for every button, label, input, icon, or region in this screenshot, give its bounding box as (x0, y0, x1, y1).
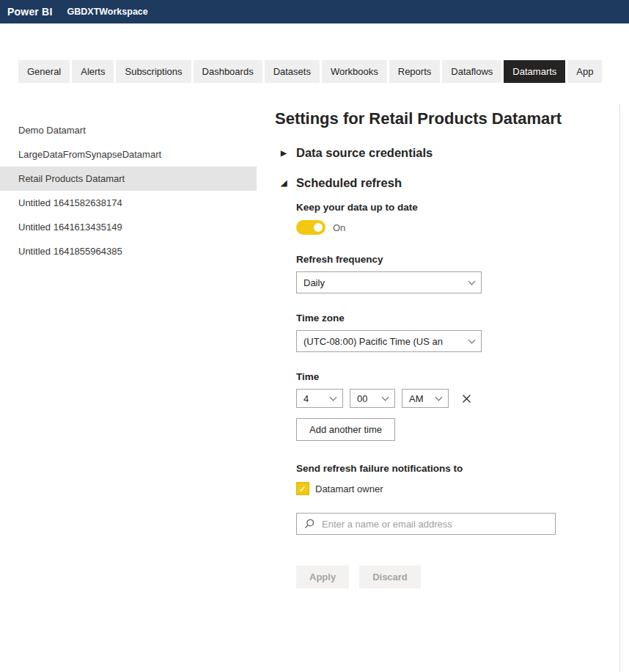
hour-value: 4 (304, 393, 309, 404)
refresh-frequency-value: Daily (304, 277, 325, 288)
notification-email-wrap (296, 513, 556, 535)
time-row: 4 00 AM (296, 389, 605, 408)
refresh-toggle-row: On (296, 220, 605, 235)
discard-button[interactable]: Discard (359, 566, 421, 588)
time-zone-select[interactable]: (UTC-08:00) Pacific Time (US an (296, 330, 482, 352)
owner-checkbox-row: ✓ Datamart owner (296, 482, 605, 495)
time-zone-label: Time zone (296, 313, 605, 324)
topbar: Power BI GBDXTWorkspace (0, 0, 629, 23)
tab-datasets[interactable]: Datasets (265, 60, 320, 83)
chevron-down-icon (330, 393, 337, 401)
remove-time-button[interactable] (461, 393, 472, 404)
toggle-state-label: On (333, 222, 345, 233)
refresh-frequency-label: Refresh frequency (296, 254, 605, 265)
section-scheduled-refresh[interactable]: ◢ Scheduled refresh (281, 176, 605, 190)
chevron-expanded-icon: ◢ (281, 179, 290, 187)
time-label: Time (296, 371, 605, 382)
tab-app[interactable]: App (567, 60, 602, 83)
chevron-right-icon: ▶ (281, 150, 290, 157)
tab-dataflows[interactable]: Dataflows (442, 60, 501, 83)
close-icon (461, 393, 472, 404)
time-zone-value: (UTC-08:00) Pacific Time (US an (304, 336, 443, 347)
notification-email-input[interactable] (296, 513, 556, 535)
tab-workbooks[interactable]: Workbooks (322, 60, 387, 83)
hour-select[interactable]: 4 (296, 389, 343, 408)
credentials-section-label: Data source credentials (296, 146, 433, 160)
minute-select[interactable]: 00 (350, 389, 395, 408)
workspace-name: GBDXTWorkspace (67, 7, 148, 17)
add-another-time-button[interactable]: Add another time (296, 418, 395, 441)
list-item-largedatafromsynapse[interactable]: LargeDataFromSynapseDatamart (0, 142, 257, 167)
search-icon (304, 518, 315, 530)
chevron-down-icon (382, 393, 389, 401)
tab-dashboards[interactable]: Dashboards (194, 60, 262, 83)
chevron-down-icon (468, 277, 476, 285)
datamart-owner-checkbox[interactable]: ✓ (296, 482, 309, 495)
chevron-down-icon (468, 336, 476, 343)
list-item-untitled-1[interactable]: Untitled 1641582638174 (0, 191, 257, 215)
list-item-demo-datamart[interactable]: Demo Datamart (0, 118, 257, 142)
content-area: Demo Datamart LargeDataFromSynapseDatama… (0, 103, 629, 672)
datamart-list: Demo Datamart LargeDataFromSynapseDatama… (0, 103, 257, 672)
refresh-section-label: Scheduled refresh (296, 176, 402, 190)
refresh-frequency-select[interactable]: Daily (296, 271, 482, 293)
toggle-knob (314, 223, 323, 232)
meridiem-value: AM (409, 393, 424, 404)
datamart-owner-label: Datamart owner (315, 483, 383, 494)
powerbi-logo: Power BI (7, 6, 53, 18)
page-title: Settings for Retail Products Datamart (275, 109, 605, 128)
settings-pane: Settings for Retail Products Datamart ▶ … (257, 103, 620, 672)
tab-reports[interactable]: Reports (389, 60, 441, 83)
tab-subscriptions[interactable]: Subscriptions (116, 60, 191, 83)
meridiem-select[interactable]: AM (402, 389, 449, 408)
tab-general[interactable]: General (18, 60, 70, 83)
settings-tab-bar: General Alerts Subscriptions Dashboards … (18, 60, 629, 83)
minute-value: 00 (357, 393, 367, 404)
refresh-toggle[interactable] (296, 220, 325, 235)
list-item-untitled-2[interactable]: Untitled 1641613435149 (0, 215, 257, 239)
list-item-retail-products[interactable]: Retail Products Datamart (0, 167, 257, 191)
apply-button[interactable]: Apply (296, 566, 349, 588)
chevron-down-icon (435, 393, 443, 401)
action-buttons: Apply Discard (296, 566, 605, 588)
list-item-untitled-3[interactable]: Untitled 1641855964385 (0, 239, 257, 263)
section-data-source-credentials[interactable]: ▶ Data source credentials (281, 146, 605, 160)
keep-up-to-date-label: Keep your data up to date (296, 202, 605, 213)
failure-notifications-label: Send refresh failure notifications to (296, 463, 605, 474)
tab-alerts[interactable]: Alerts (72, 60, 114, 83)
scheduled-refresh-body: Keep your data up to date On Refresh fre… (296, 202, 605, 588)
tab-datamarts[interactable]: Datamarts (504, 60, 565, 83)
